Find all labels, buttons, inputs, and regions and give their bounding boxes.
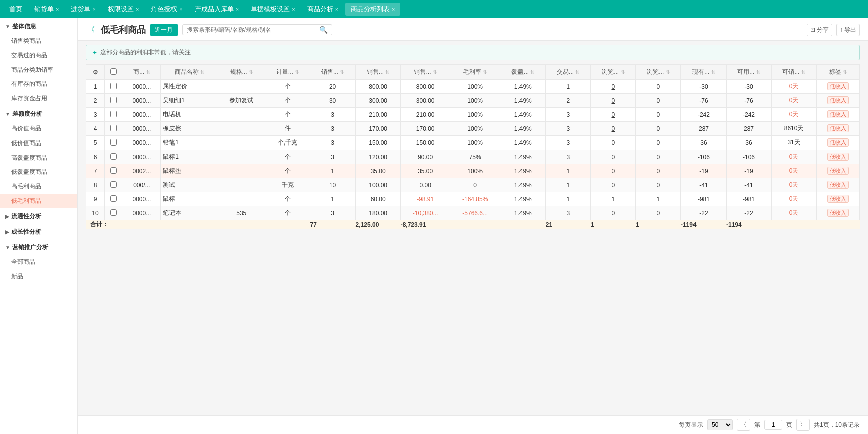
row-sales-amount: 35.00 <box>356 164 401 178</box>
col-gross-margin[interactable]: 毛利率 ⇅ <box>450 65 500 80</box>
nav-permissions[interactable]: 权限设置× <box>103 3 144 16</box>
nav-home[interactable]: 首页 <box>4 3 27 16</box>
col-sellable-days[interactable]: 可销... ⇅ <box>771 65 816 80</box>
row-unit: 个 <box>265 192 310 206</box>
row-checkbox-input[interactable] <box>110 195 117 202</box>
row-tag: 低收入 <box>816 164 859 178</box>
col-sales-profit[interactable]: 销售... ⇅ <box>401 65 450 80</box>
row-checkbox[interactable] <box>105 122 123 136</box>
row-checkbox[interactable] <box>105 136 123 150</box>
row-num: 8 <box>86 178 105 192</box>
row-sales-amount: 100.00 <box>356 178 401 192</box>
sidebar-group-margin-analysis[interactable]: ▼ 差额度分析 <box>0 106 77 121</box>
col-current-stock[interactable]: 现有... ⇅ <box>681 65 726 80</box>
col-checkbox[interactable] <box>105 65 123 80</box>
sidebar-item-low-margin[interactable]: 低毛利商品 <box>0 194 77 208</box>
col-browse2[interactable]: 浏览... ⇅ <box>636 65 681 80</box>
row-coverage: 1.49% <box>500 80 546 94</box>
sidebar-item-traded-products[interactable]: 交易过的商品 <box>0 48 77 63</box>
nav-product-entry[interactable]: 产成品入库单× <box>190 3 244 16</box>
row-checkbox-input[interactable] <box>110 139 117 146</box>
row-checkbox[interactable] <box>105 108 123 122</box>
row-browse1[interactable]: 0 <box>591 80 636 94</box>
row-browse1[interactable]: 0 <box>591 206 636 220</box>
col-coverage[interactable]: 覆盖... ⇅ <box>500 65 546 80</box>
row-sales-amount: 150.00 <box>356 136 401 150</box>
sidebar-item-low-value[interactable]: 低价值商品 <box>0 136 77 151</box>
next-page-btn[interactable]: 〉 <box>796 419 810 431</box>
row-browse1[interactable]: 0 <box>591 136 636 150</box>
prev-page-btn[interactable]: 〈 <box>737 419 750 431</box>
col-browse1[interactable]: 浏览... ⇅ <box>591 65 636 80</box>
col-trade-count[interactable]: 交易... ⇅ <box>546 65 591 80</box>
row-browse1[interactable]: 0 <box>591 178 636 192</box>
row-checkbox[interactable] <box>105 178 123 192</box>
row-coverage: 1.49% <box>500 164 546 178</box>
nav-role-auth[interactable]: 角色授权× <box>146 3 187 16</box>
col-sales-amount[interactable]: 销售... ⇅ <box>356 65 401 80</box>
row-checkbox[interactable] <box>105 80 123 94</box>
search-input[interactable] <box>187 26 319 33</box>
row-browse1[interactable]: 0 <box>591 150 636 164</box>
row-checkbox[interactable] <box>105 164 123 178</box>
row-checkbox-input[interactable] <box>110 209 117 216</box>
sidebar-item-sales-products[interactable]: 销售类商品 <box>0 34 77 48</box>
row-checkbox[interactable] <box>105 206 123 220</box>
filter-recent-month-btn[interactable]: 近一月 <box>150 24 178 36</box>
row-browse1[interactable]: 0 <box>591 164 636 178</box>
row-checkbox[interactable] <box>105 94 123 108</box>
col-tag[interactable]: 标签 ⇅ <box>816 65 859 80</box>
col-name[interactable]: 商品名称 ⇅ <box>161 65 218 80</box>
search-icon[interactable]: 🔍 <box>319 26 328 34</box>
sidebar-item-new-products[interactable]: 新品 <box>0 269 77 284</box>
nav-product-analysis-list[interactable]: 商品分析列表× <box>345 3 400 16</box>
row-coverage: 1.49% <box>500 136 546 150</box>
nav-product-analysis[interactable]: 商品分析× <box>302 3 343 16</box>
row-checkbox-input[interactable] <box>110 83 117 89</box>
sidebar-group-growth[interactable]: ▶ 成长性分析 <box>0 224 77 239</box>
sidebar-group-general[interactable]: ▼ 整体信息 <box>0 18 77 34</box>
row-checkbox-input[interactable] <box>110 181 117 188</box>
nav-template-settings[interactable]: 单据模板设置× <box>246 3 300 16</box>
page-size-select[interactable]: 50 100 200 <box>707 419 733 430</box>
sidebar-group-marketing[interactable]: ▼ 营销推广分析 <box>0 239 77 255</box>
row-checkbox-input[interactable] <box>110 167 117 174</box>
sidebar-item-stocked-products[interactable]: 有库存的商品 <box>0 77 77 91</box>
sidebar-item-category-sales-rate[interactable]: 商品分类助销率 <box>0 63 77 77</box>
row-checkbox-input[interactable] <box>110 111 117 117</box>
sidebar-item-high-value[interactable]: 高价值商品 <box>0 121 77 136</box>
row-browse1[interactable]: 0 <box>591 122 636 136</box>
row-checkbox[interactable] <box>105 192 123 206</box>
col-settings[interactable]: ⚙ <box>86 65 105 80</box>
row-checkbox-input[interactable] <box>110 97 117 103</box>
col-sales-qty[interactable]: 销售... ⇅ <box>310 65 356 80</box>
select-all-checkbox[interactable] <box>110 68 117 75</box>
sidebar-item-high-coverage[interactable]: 高覆盖度商品 <box>0 151 77 165</box>
sidebar-item-high-margin[interactable]: 高毛利商品 <box>0 179 77 194</box>
row-checkbox[interactable] <box>105 150 123 164</box>
data-table: ⚙ 商... ⇅ 商品名称 ⇅ 规格... ⇅ 计量... ⇅ 销售... ⇅ … <box>86 64 860 229</box>
row-sales-profit: 210.00 <box>401 108 450 122</box>
page-number-input[interactable] <box>764 420 782 430</box>
col-available-stock[interactable]: 可用... ⇅ <box>726 65 771 80</box>
row-checkbox-input[interactable] <box>110 153 117 160</box>
sidebar-group-liquidity[interactable]: ▶ 流通性分析 <box>0 208 77 224</box>
col-spec[interactable]: 规格... ⇅ <box>218 65 265 80</box>
nav-purchase-order[interactable]: 进货单× <box>66 3 100 16</box>
col-unit[interactable]: 计量... ⇅ <box>265 65 310 80</box>
col-code[interactable]: 商... ⇅ <box>123 65 161 80</box>
sidebar-item-all-products[interactable]: 全部商品 <box>0 255 77 269</box>
row-browse1[interactable]: 0 <box>591 94 636 108</box>
row-browse1[interactable]: 0 <box>591 108 636 122</box>
sidebar-item-stock-capital[interactable]: 库存资金占用 <box>0 91 77 106</box>
share-btn[interactable]: ⊡ 分享 <box>807 24 832 36</box>
table-row: 1 0000... 属性定价 个 20 800.00 800.00 100% 1… <box>86 80 860 94</box>
collapse-sidebar-btn[interactable]: 《 <box>86 23 97 36</box>
row-browse1[interactable]: 1 <box>591 192 636 206</box>
nav-sales-order[interactable]: 销货单× <box>29 3 64 16</box>
row-checkbox-input[interactable] <box>110 125 117 131</box>
sidebar-item-low-coverage[interactable]: 低覆盖度商品 <box>0 165 77 179</box>
total-sales-profit: -8,723.91 <box>401 220 450 229</box>
row-code: 0000... <box>123 108 161 122</box>
export-btn[interactable]: ↑ 导出 <box>836 24 860 36</box>
